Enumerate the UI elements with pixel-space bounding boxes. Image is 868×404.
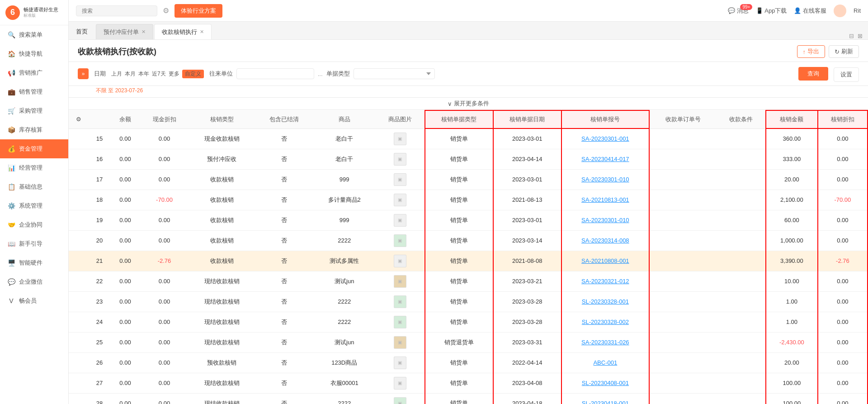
cell-goods-image: ▣ <box>376 230 425 251</box>
cell-write-off-bill-no[interactable]: SA-20210808-001 <box>561 251 649 271</box>
sidebar-item-hardware[interactable]: 🖥️智能硬件 <box>0 253 68 272</box>
cell-write-off-bill-no[interactable]: SA-20210813-001 <box>561 190 649 210</box>
cell-balance: 0.00 <box>110 332 140 352</box>
cell-receipt-order-no <box>649 271 717 291</box>
cell-cash-discount: 0.00 <box>140 149 189 169</box>
sidebar-item-corp[interactable]: 🤝企业协同 <box>0 215 68 234</box>
type-select[interactable] <box>354 68 435 79</box>
tab-maximize-icon[interactable]: ⊠ <box>858 33 863 39</box>
col-settings[interactable]: ⚙ <box>69 110 89 128</box>
cell-seq: 17 <box>89 169 110 190</box>
cell-write-off-bill-no[interactable]: SA-20230321-012 <box>561 271 649 291</box>
col-write-off-type: 核销类型 <box>189 110 255 128</box>
topbar: ⚙ 体验行业方案 💬 消息 99+ 📱 App下载 👤 在线客服 Rit <box>69 0 868 22</box>
sidebar-label-system: 系统管理 <box>19 202 42 210</box>
industry-btn[interactable]: 体验行业方案 <box>175 4 222 18</box>
cell-write-off-bill-no[interactable]: SL-20230328-001 <box>561 291 649 312</box>
cell-cash-discount: 0.00 <box>140 291 189 312</box>
sidebar-item-wechat[interactable]: 💬企业微信 <box>0 272 68 291</box>
search-input[interactable] <box>76 5 157 16</box>
table-row: 19 0.00 0.00 收款核销 否 999 ▣ 销货单 2023-03-01… <box>69 210 868 230</box>
date-last-7-days[interactable]: 近7天 <box>152 70 166 78</box>
cell-write-off-discount: 0.00 <box>818 291 868 312</box>
sidebar-label-member: 畅会员 <box>19 297 37 305</box>
cell-write-off-type: 收款核销 <box>189 210 255 230</box>
cell-write-off-bill-no[interactable]: SL-20230408-001 <box>561 373 649 393</box>
cell-settings <box>69 271 89 291</box>
online-service-link[interactable]: 👤 在线客服 <box>794 7 826 15</box>
sidebar-item-member[interactable]: V畅会员 <box>0 291 68 310</box>
unit-dots[interactable]: ... <box>318 71 323 77</box>
table-row: 24 0.00 0.00 现结收款核销 否 2222 ▣ 销货单 2023-03… <box>69 312 868 332</box>
cell-write-off-bill-no[interactable]: SL-20230328-002 <box>561 312 649 332</box>
cell-write-off-bill-date: 2023-03-01 <box>493 169 561 190</box>
sidebar-item-sales[interactable]: 💼销售管理 <box>0 82 68 101</box>
expand-more-btn[interactable]: ∨ 展开更多条件 <box>69 98 868 109</box>
cell-write-off-bill-no[interactable]: SA-20230331-026 <box>561 332 649 352</box>
date-more[interactable]: 更多 <box>169 70 179 78</box>
cell-write-off-bill-no[interactable]: ABC-001 <box>561 352 649 373</box>
sidebar-item-basic[interactable]: 📋基础信息 <box>0 177 68 196</box>
sidebar-item-operation[interactable]: 📊经营管理 <box>0 158 68 177</box>
cell-write-off-bill-date: 2021-08-13 <box>493 190 561 210</box>
tab-collection[interactable]: 收款核销执行 ✕ <box>154 24 212 39</box>
app-download-link[interactable]: 📱 App下载 <box>756 7 787 15</box>
unit-filter: 往来单位 ... 单据类型 <box>209 68 793 79</box>
cell-goods: 999 <box>313 169 376 190</box>
date-this-month[interactable]: 本月 <box>125 70 136 78</box>
sidebar-item-inventory[interactable]: 📦库存核算 <box>0 120 68 139</box>
cell-write-off-bill-no[interactable]: SA-20230314-008 <box>561 230 649 251</box>
sidebar-item-purchase[interactable]: 🛒采购管理 <box>0 101 68 120</box>
notification-bell[interactable]: 💬 消息 99+ <box>728 7 749 15</box>
cell-goods: 2222 <box>313 312 376 332</box>
tabbar: 首页 预付冲应付单 ✕ 收款核销执行 ✕ ⊟ ⊠ <box>69 22 868 40</box>
cell-write-off-bill-no[interactable]: SA-20230414-017 <box>561 149 649 169</box>
date-last-month[interactable]: 上月 <box>111 70 122 78</box>
custom-date-badge[interactable]: 自定义 <box>182 70 204 78</box>
cell-write-off-bill-no[interactable]: SL-20230418-001 <box>561 393 649 404</box>
cell-write-off-discount: 0.00 <box>818 230 868 251</box>
cell-write-off-discount: -70.00 <box>818 190 868 210</box>
cell-write-off-bill-no[interactable]: SA-20230301-010 <box>561 169 649 190</box>
sidebar-icon-wechat: 💬 <box>7 278 15 286</box>
cell-write-off-bill-type: 销货退货单 <box>425 332 493 352</box>
cell-included-cleared: 否 <box>255 312 313 332</box>
refresh-button[interactable]: ↻ 刷新 <box>829 45 859 58</box>
filter-toggle-btn[interactable]: » <box>78 68 89 79</box>
tab-minimize-icon[interactable]: ⊟ <box>849 33 854 39</box>
cell-write-off-bill-no[interactable]: SA-20230301-001 <box>561 128 649 149</box>
gear-icon[interactable]: ⚙ <box>163 6 169 15</box>
table-row: 17 0.00 0.00 收款核销 否 999 ▣ 销货单 2023-03-01… <box>69 169 868 190</box>
cell-balance: 0.00 <box>110 271 140 291</box>
sidebar-item-system[interactable]: ⚙️系统管理 <box>0 196 68 215</box>
table-row: 22 0.00 0.00 现结收款核销 否 测试jun ▣ 销货单 2023-0… <box>69 271 868 291</box>
cell-goods-image: ▣ <box>376 169 425 190</box>
query-button[interactable]: 查询 <box>798 67 828 81</box>
export-button[interactable]: ↑ 导出 <box>797 45 826 58</box>
sidebar-icon-basic: 📋 <box>7 183 15 191</box>
sidebar-item-search[interactable]: 🔍搜索菜单 <box>0 25 68 44</box>
sidebar-item-nav[interactable]: 🏠快捷导航 <box>0 44 68 63</box>
sidebar-icon-nav: 🏠 <box>7 50 15 58</box>
unit-input[interactable] <box>236 68 314 79</box>
sidebar-item-guide[interactable]: 📖新手引导 <box>0 234 68 253</box>
settings-button[interactable]: 设置 <box>834 67 859 82</box>
tab-collection-close[interactable]: ✕ <box>200 29 204 35</box>
cell-write-off-amount: 333.00 <box>766 149 818 169</box>
avatar[interactable] <box>834 5 846 17</box>
table-settings-icon[interactable]: ⚙ <box>76 116 81 123</box>
cell-cash-discount: 0.00 <box>140 352 189 373</box>
sidebar-item-finance[interactable]: 💰资金管理 <box>0 139 68 158</box>
cell-goods-image: ▣ <box>376 332 425 352</box>
cell-receipt-condition <box>717 128 766 149</box>
col-write-off-discount: 核销折扣 <box>818 110 868 128</box>
cell-write-off-amount: 1,000.00 <box>766 230 818 251</box>
cell-write-off-bill-no[interactable]: SA-20230301-010 <box>561 210 649 230</box>
sidebar-item-marketing[interactable]: 📢营销推广 <box>0 63 68 82</box>
tab-prepay[interactable]: 预付冲应付单 ✕ <box>96 24 153 39</box>
tab-home[interactable]: 首页 <box>69 24 95 39</box>
table-row: 15 0.00 0.00 现金收款核销 否 老白干 ▣ 销货单 2023-03-… <box>69 128 868 149</box>
date-this-year[interactable]: 本年 <box>138 70 149 78</box>
tab-prepay-close[interactable]: ✕ <box>142 29 146 35</box>
cell-settings <box>69 230 89 251</box>
